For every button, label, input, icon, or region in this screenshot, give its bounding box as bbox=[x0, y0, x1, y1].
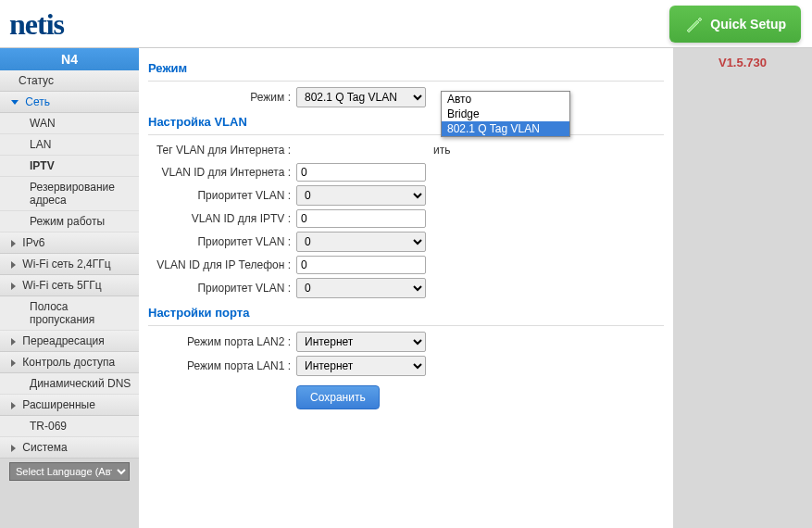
chevron-right-icon bbox=[11, 261, 16, 269]
vlan-id-iptv-label: VLAN ID для IPTV : bbox=[148, 212, 296, 225]
main-container: N4 Статус Сеть WAN LAN IPTV Резервирован… bbox=[0, 48, 812, 528]
sidebar-subitem-bandwidth[interactable]: Полоса пропускания bbox=[0, 296, 139, 331]
form-row-vlan-id-phone: VLAN ID для IP Телефон : bbox=[148, 254, 664, 276]
right-panel: V1.5.730 bbox=[673, 48, 812, 528]
form-row-mode: Режим : 802.1 Q Tag VLAN bbox=[148, 85, 664, 109]
chevron-right-icon bbox=[11, 338, 16, 346]
sidebar-subitem-wan[interactable]: WAN bbox=[0, 113, 139, 134]
form-row-vlan-id-iptv: VLAN ID для IPTV : bbox=[148, 207, 664, 230]
chevron-down-icon bbox=[11, 100, 19, 105]
sidebar-item-label: IPv6 bbox=[22, 236, 44, 249]
save-button[interactable]: Сохранить bbox=[296, 385, 380, 409]
vlan-priority-label: Приоритет VLAN : bbox=[148, 189, 296, 202]
mode-select[interactable]: 802.1 Q Tag VLAN bbox=[296, 87, 426, 107]
sidebar-item-system[interactable]: Система bbox=[0, 437, 139, 459]
content-area: Режим Режим : 802.1 Q Tag VLAN Авто Brid… bbox=[139, 48, 673, 528]
port-lan2-select[interactable]: Интернет bbox=[296, 332, 426, 352]
chevron-right-icon bbox=[11, 445, 16, 452]
tag-vlan-internet-label: Тег VLAN для Интернета : bbox=[148, 144, 296, 157]
sidebar-item-ipv6[interactable]: IPv6 bbox=[0, 233, 139, 254]
chevron-right-icon bbox=[11, 359, 16, 367]
quick-setup-button[interactable]: Quick Setup bbox=[669, 6, 801, 43]
vlan-id-phone-input[interactable] bbox=[296, 256, 426, 274]
sidebar-subitem-tr069[interactable]: TR-069 bbox=[0, 416, 139, 437]
sidebar-item-label: Переадресация bbox=[22, 334, 104, 347]
magic-wand-icon bbox=[684, 15, 703, 33]
form-row-vlan-priority-2: Приоритет VLAN : 0 bbox=[148, 230, 664, 254]
section-vlan-title: Настройка VLAN bbox=[148, 109, 664, 135]
port-lan1-label: Режим порта LAN1 : bbox=[148, 359, 296, 372]
tag-vlan-internet-hint: ить bbox=[433, 144, 664, 157]
mode-dropdown-open: Авто Bridge 802.1 Q Tag VLAN bbox=[441, 91, 570, 137]
sidebar-item-label: Wi-Fi сеть 5ГГц bbox=[22, 279, 101, 292]
version-label: V1.5.730 bbox=[681, 56, 805, 69]
top-bar: netis Quick Setup bbox=[0, 0, 812, 48]
chevron-right-icon bbox=[11, 402, 16, 409]
vlan-priority-select-2[interactable]: 0 bbox=[296, 232, 426, 252]
sidebar-item-wifi24[interactable]: Wi-Fi сеть 2,4ГГц bbox=[0, 254, 139, 275]
language-select[interactable]: Select Language (Авто) bbox=[9, 462, 130, 481]
mode-label: Режим : bbox=[148, 91, 296, 104]
vlan-priority-label-3: Приоритет VLAN : bbox=[148, 282, 296, 295]
form-row-tag-vlan-internet: Тег VLAN для Интернета : ить bbox=[148, 139, 664, 161]
dropdown-option-tag[interactable]: 802.1 Q Tag VLAN bbox=[442, 121, 569, 136]
port-lan1-select[interactable]: Интернет bbox=[296, 356, 426, 376]
sidebar-subitem-addr-reservation[interactable]: Резервирование адреса bbox=[0, 177, 139, 211]
sidebar-item-wifi5[interactable]: Wi-Fi сеть 5ГГц bbox=[0, 275, 139, 296]
sidebar-subitem-op-mode[interactable]: Режим работы bbox=[0, 211, 139, 233]
vlan-id-internet-input[interactable] bbox=[296, 163, 426, 182]
vlan-priority-select-1[interactable]: 0 bbox=[296, 185, 426, 206]
form-row-vlan-id-internet: VLAN ID для Интернета : bbox=[148, 161, 664, 183]
sidebar-item-forwarding[interactable]: Переадресация bbox=[0, 331, 139, 352]
dropdown-option-auto[interactable]: Авто bbox=[442, 92, 569, 107]
sidebar-item-advanced[interactable]: Расширенные bbox=[0, 395, 139, 416]
sidebar-item-network[interactable]: Сеть bbox=[0, 92, 139, 113]
sidebar-item-label: Сеть bbox=[25, 95, 50, 108]
sidebar-item-status[interactable]: Статус bbox=[0, 70, 139, 92]
form-row-vlan-priority-1: Приоритет VLAN : 0 bbox=[148, 183, 664, 207]
dropdown-option-bridge[interactable]: Bridge bbox=[442, 107, 569, 121]
logo: netis bbox=[9, 7, 64, 42]
port-lan2-label: Режим порта LAN2 : bbox=[148, 335, 296, 348]
sidebar-item-label: Система bbox=[22, 441, 67, 454]
quick-setup-label: Quick Setup bbox=[710, 17, 786, 31]
chevron-right-icon bbox=[11, 283, 16, 290]
sidebar-item-label: Контроль доступа bbox=[22, 356, 115, 369]
sidebar: N4 Статус Сеть WAN LAN IPTV Резервирован… bbox=[0, 48, 139, 528]
chevron-right-icon bbox=[11, 240, 16, 247]
section-mode-title: Режим bbox=[148, 56, 664, 82]
form-row-port-lan2: Режим порта LAN2 : Интернет bbox=[148, 330, 664, 354]
section-port-title: Настройки порта bbox=[148, 300, 664, 326]
sidebar-subitem-ddns[interactable]: Динамический DNS bbox=[0, 373, 139, 395]
sidebar-item-label: Расширенные bbox=[22, 398, 95, 411]
sidebar-subitem-iptv[interactable]: IPTV bbox=[0, 156, 139, 177]
vlan-id-phone-label: VLAN ID для IP Телефон : bbox=[148, 258, 296, 271]
sidebar-model: N4 bbox=[0, 48, 139, 70]
form-row-port-lan1: Режим порта LAN1 : Интернет bbox=[148, 354, 664, 378]
sidebar-item-access[interactable]: Контроль доступа bbox=[0, 352, 139, 373]
vlan-id-internet-label: VLAN ID для Интернета : bbox=[148, 166, 296, 179]
vlan-id-iptv-input[interactable] bbox=[296, 209, 426, 228]
vlan-priority-label-2: Приоритет VLAN : bbox=[148, 235, 296, 248]
vlan-priority-select-3[interactable]: 0 bbox=[296, 278, 426, 298]
sidebar-item-label: Wi-Fi сеть 2,4ГГц bbox=[22, 258, 110, 270]
sidebar-subitem-lan[interactable]: LAN bbox=[0, 134, 139, 156]
form-row-vlan-priority-3: Приоритет VLAN : 0 bbox=[148, 276, 664, 300]
